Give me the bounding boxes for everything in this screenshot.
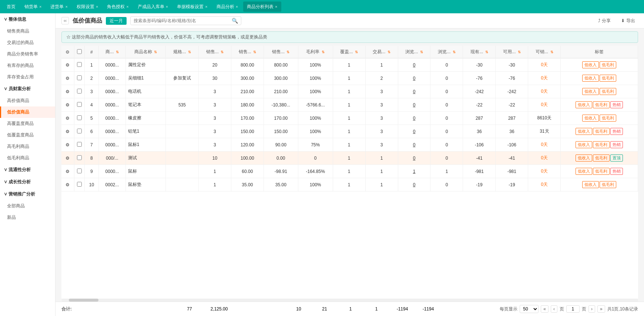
sidebar-item-category-sales-rate[interactable]: 商品分类销售率 (0, 48, 55, 60)
scrollbar-thumb[interactable] (69, 299, 98, 302)
view1-link[interactable]: 1 (413, 169, 416, 174)
table-row[interactable]: ⚙ 3 0000... 电话机 3 210.00 210.00 100% 1 3… (61, 85, 638, 98)
table-row[interactable]: ⚙ 1 0000... 属性定价 20 800.00 800.00 100% 1… (61, 58, 638, 72)
checkbox-cell[interactable] (74, 58, 84, 72)
checkbox-cell[interactable] (74, 152, 84, 165)
settings-cell[interactable]: ⚙ (61, 178, 74, 191)
col-coverage[interactable]: 覆盖... ⇅ (333, 46, 365, 58)
nav-home[interactable]: 首页 (3, 1, 19, 12)
col-current-stock[interactable]: 现有... ⇅ (463, 46, 496, 58)
sidebar-group-marketing[interactable]: ∨ 营销推广分析 (0, 188, 55, 200)
col-spec[interactable]: 规格... ⇅ (166, 46, 199, 58)
settings-cell[interactable]: ⚙ (61, 165, 74, 178)
close-icon[interactable]: × (65, 4, 67, 9)
view1-link[interactable]: 0 (413, 142, 416, 147)
settings-col-header[interactable]: ⚙ (61, 46, 74, 58)
col-view1[interactable]: 浏览... ⇅ (398, 46, 430, 58)
row-view1[interactable]: 0 (398, 125, 430, 138)
settings-cell[interactable]: ⚙ (61, 125, 74, 138)
nav-permission[interactable]: 权限设置 × (73, 1, 102, 12)
row-checkbox[interactable] (77, 142, 82, 147)
checkbox-col-header[interactable] (74, 46, 84, 58)
checkbox-cell[interactable] (74, 165, 84, 178)
table-row[interactable]: ⚙ 8 000/... 测试 10 100.00 0.00 0 1 1 0 0 … (61, 152, 638, 165)
row-view1[interactable]: 0 (398, 178, 430, 191)
sidebar-item-low-margin[interactable]: 低毛利商品 (0, 152, 55, 164)
sidebar-item-inventory-funds[interactable]: 库存资金占用 (0, 71, 55, 83)
col-saleable[interactable]: 可销... ⇅ (528, 46, 561, 58)
row-view1[interactable]: 1 (398, 165, 430, 178)
nav-sales-order[interactable]: 销货单 × (21, 1, 45, 12)
row-view1[interactable]: 0 (398, 152, 430, 165)
settings-cell[interactable]: ⚙ (61, 72, 74, 85)
col-sales-avg[interactable]: 销售... ⇅ (264, 46, 298, 58)
view1-link[interactable]: 0 (413, 76, 416, 81)
close-icon[interactable]: × (166, 4, 168, 9)
current-page-input[interactable] (566, 305, 580, 313)
nav-product-analysis-list[interactable]: 商品分析列表 × (243, 1, 281, 12)
col-code[interactable]: 商... ⇅ (99, 46, 125, 58)
table-row[interactable]: ⚙ 6 0000... 铝笔1 3 150.00 150.00 100% 1 3… (61, 125, 638, 138)
settings-cell[interactable]: ⚙ (61, 85, 74, 98)
collapse-sidebar-button[interactable]: ‹‹ (61, 17, 69, 24)
col-gross-margin[interactable]: 毛利率 ⇅ (298, 46, 333, 58)
checkbox-cell[interactable] (74, 138, 84, 152)
sidebar-group-overall[interactable]: ∨ 整体信息 (0, 13, 55, 26)
checkbox-cell[interactable] (74, 112, 84, 125)
sidebar-item-traded-products[interactable]: 交易过的商品 (0, 37, 55, 48)
col-sales-qty[interactable]: 销售... ⇅ (198, 46, 231, 58)
horizontal-scrollbar[interactable] (61, 299, 638, 302)
close-icon[interactable]: × (275, 4, 277, 9)
sidebar-group-financial[interactable]: ∨ 员财案分析 (0, 83, 55, 95)
sidebar-item-new-products[interactable]: 新品 (0, 212, 55, 223)
row-checkbox[interactable] (77, 62, 82, 67)
settings-cell[interactable]: ⚙ (61, 112, 74, 125)
col-view2[interactable]: 浏览... ⇅ (430, 46, 463, 58)
checkbox-cell[interactable] (74, 178, 84, 191)
sidebar-item-sales-products[interactable]: 销售类商品 (0, 26, 55, 37)
row-checkbox[interactable] (77, 155, 82, 160)
table-row[interactable]: ⚙ 10 0002... 鼠标垫 1 35.00 35.00 100% 1 1 … (61, 178, 638, 191)
first-page-button[interactable]: « (541, 305, 549, 313)
prev-page-button[interactable]: ‹ (551, 305, 557, 313)
export-button[interactable]: ⬇ 导出 (618, 17, 638, 25)
table-row[interactable]: ⚙ 2 0000... 吴细细1 参加复试 30 300.00 300.00 1… (61, 72, 638, 85)
checkbox-cell[interactable] (74, 72, 84, 85)
select-all-checkbox[interactable] (77, 49, 82, 54)
row-checkbox[interactable] (77, 102, 82, 107)
col-transaction[interactable]: 交易... ⇅ (365, 46, 398, 58)
close-icon[interactable]: × (39, 4, 41, 9)
nav-role-auth[interactable]: 角色授权 × (103, 1, 132, 12)
next-page-button[interactable]: › (588, 305, 595, 313)
view1-link[interactable]: 0 (413, 156, 416, 161)
view1-link[interactable]: 0 (413, 62, 416, 68)
per-page-select[interactable]: 50 100 200 (520, 305, 539, 313)
row-checkbox[interactable] (77, 169, 82, 173)
sidebar-item-low-value[interactable]: 低价值商品 (0, 106, 55, 118)
row-checkbox[interactable] (77, 182, 82, 187)
checkbox-cell[interactable] (74, 125, 84, 138)
nav-template-settings[interactable]: 单据模板设置 × (173, 1, 211, 12)
row-view1[interactable]: 0 (398, 58, 430, 72)
close-icon[interactable]: × (126, 4, 128, 9)
settings-cell[interactable]: ⚙ (61, 98, 74, 112)
sidebar-item-high-margin[interactable]: 高毛利商品 (0, 141, 55, 152)
row-checkbox[interactable] (77, 75, 82, 80)
period-button[interactable]: 近一月 (106, 17, 127, 25)
search-icon[interactable]: 🔍 (232, 18, 238, 24)
settings-cell[interactable]: ⚙ (61, 138, 74, 152)
table-row[interactable]: ⚙ 7 0000... 鼠标1 3 120.00 90.00 75% 1 3 0… (61, 138, 638, 152)
view1-link[interactable]: 0 (413, 102, 416, 108)
view1-link[interactable]: 0 (413, 89, 416, 94)
search-input[interactable] (134, 18, 229, 23)
nav-purchase-order[interactable]: 进货单 × (47, 1, 71, 12)
col-name[interactable]: 商品名称 ⇅ (125, 46, 165, 58)
table-row[interactable]: ⚙ 9 0000... 鼠标 1 60.00 -98.91 -164.85% 1… (61, 165, 638, 178)
table-row[interactable]: ⚙ 5 0000... 橡皮擦 3 170.00 170.00 100% 1 3… (61, 112, 638, 125)
settings-cell[interactable]: ⚙ (61, 152, 74, 165)
nav-product-inbound[interactable]: 产成品入库单 × (134, 1, 172, 12)
row-view1[interactable]: 0 (398, 85, 430, 98)
last-page-button[interactable]: » (597, 305, 605, 313)
close-icon[interactable]: × (205, 4, 207, 9)
share-button[interactable]: ⤴ 分享 (595, 17, 614, 25)
